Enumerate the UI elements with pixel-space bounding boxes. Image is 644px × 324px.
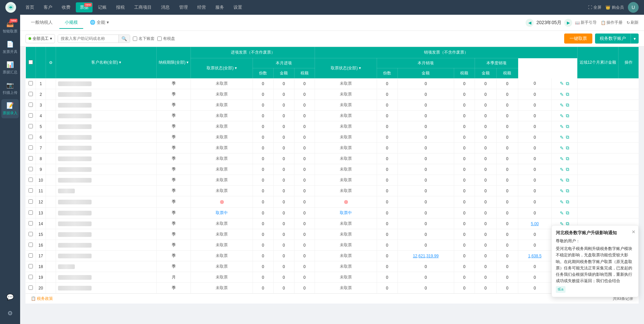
statement-checkbox[interactable] [133, 37, 137, 41]
copy-icon[interactable]: ⧉ [566, 167, 569, 172]
one-click-fetch-button[interactable]: 一键取票 [564, 34, 592, 44]
nav-item-service[interactable]: 服务 [211, 2, 228, 12]
row-checkbox[interactable] [26, 111, 36, 121]
select-all-checkbox[interactable] [29, 60, 33, 64]
sidebar-item-scan-upload[interactable]: 📷 扫描上传 [1, 79, 19, 98]
row-select-checkbox[interactable] [29, 103, 33, 107]
tab-small-scale[interactable]: 小规模 [59, 17, 83, 29]
edit-icon[interactable]: ✎ [560, 167, 564, 172]
row-select-checkbox[interactable] [29, 264, 33, 268]
row-checkbox[interactable] [26, 218, 36, 229]
row-checkbox[interactable] [26, 272, 36, 283]
row-select-checkbox[interactable] [29, 92, 33, 96]
row-select-checkbox[interactable] [29, 232, 33, 236]
out-amount-value[interactable]: 12,621,319.99 [413, 254, 439, 258]
edit-icon[interactable]: ✎ [560, 199, 564, 205]
row-select-checkbox[interactable] [29, 199, 33, 204]
row-checkbox[interactable] [26, 175, 36, 186]
edit-icon[interactable]: ✎ [560, 135, 564, 140]
tax-digital-button[interactable]: 税务数字账户 [595, 34, 631, 44]
user-avatar[interactable]: U [628, 2, 639, 13]
row-checkbox[interactable] [26, 240, 36, 251]
row-checkbox[interactable] [26, 78, 36, 89]
copy-icon[interactable]: ⧉ [566, 188, 569, 194]
row-checkbox[interactable] [26, 229, 36, 240]
copy-icon[interactable]: ⧉ [566, 210, 569, 216]
tax-disk-checkbox[interactable] [157, 37, 162, 41]
sidebar-chat-button[interactable]: 💬 [3, 290, 17, 304]
cumulative-value[interactable]: 5.00 [531, 221, 539, 226]
copy-icon[interactable]: ⧉ [566, 113, 569, 119]
row-checkbox[interactable] [26, 196, 36, 208]
sidebar-item-invoice-entry[interactable]: 📝 票据录入 [1, 99, 19, 118]
nav-item-operations[interactable]: 经营 [193, 2, 210, 12]
notification-close-button[interactable]: ✕ [632, 228, 636, 236]
search-button[interactable]: 🔍 [118, 35, 130, 43]
sidebar-item-smart-fetch[interactable]: 📥 智能取票 new [1, 17, 19, 37]
tax-policy-link[interactable]: 📋 税务政策 [31, 296, 53, 302]
copy-icon[interactable]: ⧉ [566, 177, 569, 183]
tab-general-taxpayer[interactable]: 一般纳税人 [25, 17, 58, 29]
copy-icon[interactable]: ⧉ [566, 102, 569, 108]
row-checkbox[interactable] [26, 186, 36, 196]
copy-icon[interactable]: ⧉ [566, 81, 569, 86]
sidebar-item-invoice-create[interactable]: 📄 发票开具 [1, 38, 19, 57]
row-checkbox[interactable] [26, 208, 36, 218]
row-select-checkbox[interactable] [29, 285, 33, 290]
vip-button[interactable]: 👑 购会员 [605, 5, 624, 10]
edit-icon[interactable]: ✎ [560, 103, 564, 108]
row-checkbox[interactable] [26, 89, 36, 100]
next-month-button[interactable]: ▶ [564, 19, 572, 27]
employee-filter[interactable]: 全部员工 ▾ [25, 34, 55, 43]
copy-icon[interactable]: ⧉ [566, 145, 569, 151]
edit-icon[interactable]: ✎ [560, 92, 564, 97]
edit-icon[interactable]: ✎ [560, 145, 564, 151]
row-select-checkbox[interactable] [29, 113, 33, 118]
nav-item-invoice[interactable]: 票据 new [76, 2, 93, 12]
row-checkbox[interactable] [26, 261, 36, 272]
edit-icon[interactable]: ✎ [560, 188, 564, 194]
row-select-checkbox[interactable] [29, 124, 33, 128]
row-checkbox[interactable] [26, 283, 36, 294]
cumulative-value[interactable]: 1,638.5 [528, 254, 541, 258]
search-input[interactable] [58, 35, 118, 42]
copy-icon[interactable]: ⧉ [566, 134, 569, 140]
row-checkbox[interactable] [26, 121, 36, 132]
row-checkbox[interactable] [26, 143, 36, 153]
nav-item-settings[interactable]: 设置 [229, 2, 246, 12]
row-checkbox[interactable] [26, 100, 36, 111]
copy-icon[interactable]: ⧉ [566, 91, 569, 97]
row-select-checkbox[interactable] [29, 221, 33, 225]
statement-filter[interactable]: 名下账套 [133, 36, 155, 42]
row-checkbox[interactable] [26, 132, 36, 143]
edit-icon[interactable]: ✎ [560, 156, 564, 161]
edit-icon[interactable]: ✎ [560, 81, 564, 86]
refresh-button[interactable]: ↻ 刷新 [627, 20, 639, 25]
fullscreen-button[interactable]: ⛶ 全屏 [588, 5, 601, 10]
row-checkbox[interactable] [26, 153, 36, 164]
row-select-checkbox[interactable] [29, 167, 33, 171]
copy-icon[interactable]: ⧉ [566, 156, 569, 161]
row-select-checkbox[interactable] [29, 253, 33, 258]
row-select-checkbox[interactable] [29, 135, 33, 139]
row-select-checkbox[interactable] [29, 81, 33, 85]
row-select-checkbox[interactable] [29, 243, 33, 247]
nav-item-customer[interactable]: 客户 [40, 2, 56, 12]
copy-icon[interactable]: ⧉ [566, 124, 569, 129]
copy-icon[interactable]: ⧉ [566, 199, 569, 205]
row-select-checkbox[interactable] [29, 145, 33, 150]
row-select-checkbox[interactable] [29, 156, 33, 160]
row-checkbox[interactable] [26, 164, 36, 175]
sidebar-item-invoice-summary[interactable]: 📊 票据汇总 [1, 58, 19, 77]
nav-item-management[interactable]: 管理 [175, 2, 192, 12]
row-checkbox[interactable] [26, 251, 36, 261]
edit-icon[interactable]: ✎ [560, 124, 564, 129]
nav-item-fee[interactable]: 收费 [58, 2, 74, 12]
row-select-checkbox[interactable] [29, 188, 33, 193]
sidebar-settings-button[interactable]: ⚙ [3, 307, 17, 320]
prev-month-button[interactable]: ◀ [526, 19, 534, 27]
edit-icon[interactable]: ✎ [560, 113, 564, 119]
row-select-checkbox[interactable] [29, 178, 33, 182]
nav-item-message[interactable]: 消息 [157, 2, 174, 12]
row-select-checkbox[interactable] [29, 275, 33, 279]
